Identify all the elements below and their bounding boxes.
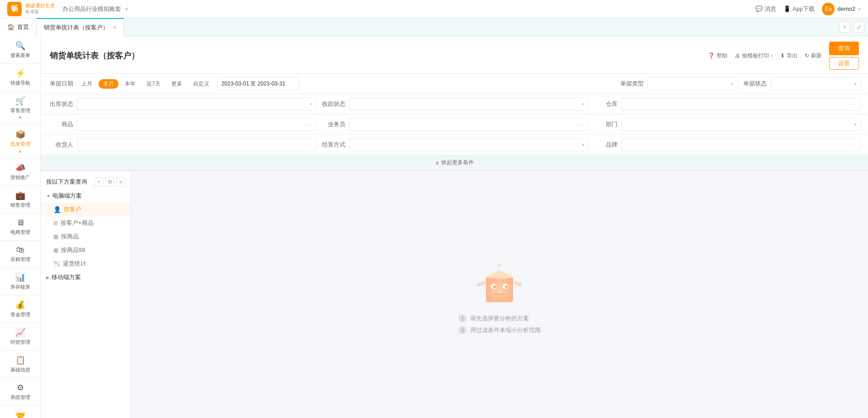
goods-input[interactable] — [81, 121, 306, 128]
page-header: 销货单统计表（按客户） ❓ 帮助 🖨 按模板打印 ▾ ⬇ 导出 ↻ 刷新 — [41, 36, 868, 74]
svg-point-4 — [505, 285, 508, 288]
desktop-group-label: 电脑端方案 — [52, 192, 82, 200]
out-status-control[interactable]: ▾ — [77, 98, 316, 110]
tab-close-all-button[interactable]: × — [839, 22, 850, 33]
out-status-input[interactable] — [81, 101, 310, 107]
scheme-group-header-mobile[interactable]: ▶ 移动端方案 — [41, 271, 131, 284]
doc-type-control[interactable]: ▾ — [647, 77, 738, 90]
dept-control[interactable]: ▾ — [621, 118, 861, 131]
scheme-item-by-customer[interactable]: 👤 按客户 — [41, 203, 131, 216]
system-icon: ⚙ — [17, 383, 24, 393]
sidebar-item-inventory-label: 库存核算 — [10, 284, 30, 290]
brand-input[interactable] — [625, 142, 850, 148]
date-btn-this-year[interactable]: 本年 — [120, 79, 140, 89]
scheme-item-by-customer-goods[interactable]: ⊞ 按客户+商品 — [41, 216, 131, 230]
dept-input[interactable] — [625, 121, 854, 128]
sidebar-item-ecom[interactable]: 🖥 电商管理 — [0, 214, 40, 241]
topbar-left: 畅 畅捷通好生意 标准版 办公用品行业模拟账套 ▾ — [7, 2, 128, 16]
scheme-panel: 按以下方案查询 + ⚙ « ▼ 电脑端方案 👤 按客户 — [41, 171, 131, 418]
main-layout: 🔍 搜索菜单 ⚡ 快捷导航 🛒 零售管理 ▼ 📦 批发管理 ▲ 📣 营销推广 💼… — [0, 36, 868, 418]
settlement-control[interactable]: ▾ — [349, 138, 589, 151]
query-button[interactable]: 查询 — [829, 42, 859, 55]
scheme-item-by-goods99[interactable]: ▦ 按商品99 — [41, 243, 131, 257]
sidebar-item-inventory[interactable]: 📊 库存核算 — [0, 268, 40, 295]
consignee-input[interactable] — [81, 142, 306, 148]
salesperson-input[interactable] — [353, 121, 578, 128]
date-quick-buttons: 上月 本月 本年 近7天 更多 自定义 — [77, 79, 214, 89]
sidebar-item-marketing[interactable]: 📣 营销推广 — [0, 158, 40, 186]
sidebar-item-basic[interactable]: 📋 基础信息 — [0, 351, 40, 378]
consignee-control[interactable]: ··· — [77, 138, 316, 151]
logo-text-block: 畅捷通好生意 标准版 — [25, 3, 55, 15]
sidebar-item-retail[interactable]: 🛒 零售管理 ▼ — [0, 91, 40, 125]
sidebar-item-search[interactable]: 🔍 搜索菜单 — [0, 36, 40, 64]
doc-status-input[interactable] — [774, 81, 854, 87]
corp-icon: 🤝 — [15, 410, 25, 418]
sidebar-item-corp[interactable]: 🤝 企业协同 — [0, 406, 40, 418]
user-menu[interactable]: Ea demo2 ▾ — [822, 3, 861, 15]
date-btn-custom[interactable]: 自定义 — [189, 79, 214, 89]
message-button[interactable]: 💬 消息 — [755, 5, 776, 13]
settings-button[interactable]: 设置 — [829, 57, 859, 70]
receipt-status-input[interactable] — [353, 101, 582, 107]
date-range-input[interactable]: 2023-03-01 至 2023-03-31 — [217, 77, 299, 90]
doc-status-control[interactable]: ▾ — [770, 77, 861, 90]
warehouse-input[interactable] — [625, 101, 850, 107]
sidebar-item-system[interactable]: ⚙ 系统管理 — [0, 378, 40, 406]
consignee-dots-icon: ··· — [306, 141, 312, 148]
date-filter-row: 单据日期 上月 本月 本年 近7天 更多 自定义 2023-03-01 至 20… — [41, 74, 868, 94]
page-header-right: ❓ 帮助 🖨 按模板打印 ▾ ⬇ 导出 ↻ 刷新 查询 — [708, 42, 859, 70]
date-btn-more[interactable]: 更多 — [167, 79, 187, 89]
sidebar-item-finance[interactable]: 💰 资金管理 — [0, 295, 40, 323]
sidebar-item-ops-label: 经营管理 — [10, 339, 30, 346]
goods-control[interactable]: ··· — [77, 118, 316, 131]
print-button[interactable]: 🖨 按模板打印 ▾ — [735, 52, 773, 60]
scheme-item-by-goods[interactable]: ▦ 按商品 — [41, 230, 131, 243]
by-goods99-label: 按商品99 — [61, 246, 85, 254]
salesperson-control[interactable]: ··· — [349, 118, 589, 131]
tab-close-icon[interactable]: × — [113, 24, 116, 31]
tab-expand-button[interactable]: ⤢ — [854, 22, 864, 33]
warehouse-control[interactable]: ··· — [621, 98, 861, 110]
system-title-dropdown-icon[interactable]: ▾ — [125, 5, 128, 13]
sidebar-item-sales[interactable]: 💼 销售管理 — [0, 186, 40, 214]
collapse-bar[interactable]: ∧ 收起更多条件 — [41, 155, 868, 171]
help-button[interactable]: ❓ 帮助 — [708, 52, 727, 60]
sidebar-item-wholesale-label: 批发管理 — [10, 141, 30, 147]
doc-type-input[interactable] — [651, 81, 731, 87]
finance-icon: 💰 — [15, 300, 25, 310]
scheme-group-header-desktop[interactable]: ▼ 电脑端方案 — [41, 189, 131, 203]
svg-rect-5 — [476, 280, 486, 287]
export-button[interactable]: ⬇ 导出 — [780, 52, 797, 60]
sidebar-item-finance-label: 资金管理 — [10, 311, 30, 318]
date-btn-this-month[interactable]: 本月 — [99, 79, 118, 89]
receipt-status-control[interactable]: ▾ — [349, 98, 589, 110]
results-area: ✦ ✦ 1 请先选择要分析的方案 2 用过滤条件来缩小分析范围 — [131, 171, 868, 418]
sidebar-item-ops[interactable]: 📈 经营管理 — [0, 323, 40, 351]
sidebar-item-quicknav[interactable]: ⚡ 快捷导航 — [0, 64, 40, 91]
tab-sales-stats[interactable]: 销货单统计表（按客户） × — [37, 18, 124, 36]
collapse-arrow-icon: ∧ — [435, 160, 439, 166]
scheme-settings-button[interactable]: ⚙ — [105, 177, 114, 186]
brand-control[interactable]: ··· — [621, 138, 861, 151]
sidebar-item-system-label: 系统管理 — [10, 394, 30, 401]
scheme-item-return-stats[interactable]: 📉 退货统计 — [41, 257, 131, 271]
settlement-input[interactable] — [353, 142, 582, 148]
tab-home[interactable]: 🏠 首页 — [0, 18, 37, 36]
consignee-label: 收货人 — [48, 141, 73, 149]
mobile-group-arrow-icon: ▶ — [46, 275, 50, 280]
by-customer-icon: 👤 — [53, 206, 61, 213]
refresh-button[interactable]: ↻ 刷新 — [805, 52, 822, 60]
inventory-icon: 📊 — [15, 272, 25, 282]
scheme-add-button[interactable]: + — [94, 177, 104, 186]
scheme-collapse-button[interactable]: « — [116, 177, 125, 186]
search-icon: 🔍 — [15, 41, 25, 51]
by-customer-goods-label: 按客户+商品 — [61, 219, 94, 227]
sidebar-item-wholesale[interactable]: 📦 批发管理 ▲ — [0, 125, 40, 158]
date-btn-last-month[interactable]: 上月 — [77, 79, 97, 89]
sidebar-item-purchase-label: 采购管理 — [10, 256, 30, 263]
app-download-button[interactable]: 📱 App下载 — [783, 5, 815, 13]
ops-icon: 📈 — [15, 328, 25, 337]
date-btn-7days[interactable]: 近7天 — [142, 79, 165, 89]
sidebar-item-purchase[interactable]: 🛍 采购管理 — [0, 241, 40, 268]
